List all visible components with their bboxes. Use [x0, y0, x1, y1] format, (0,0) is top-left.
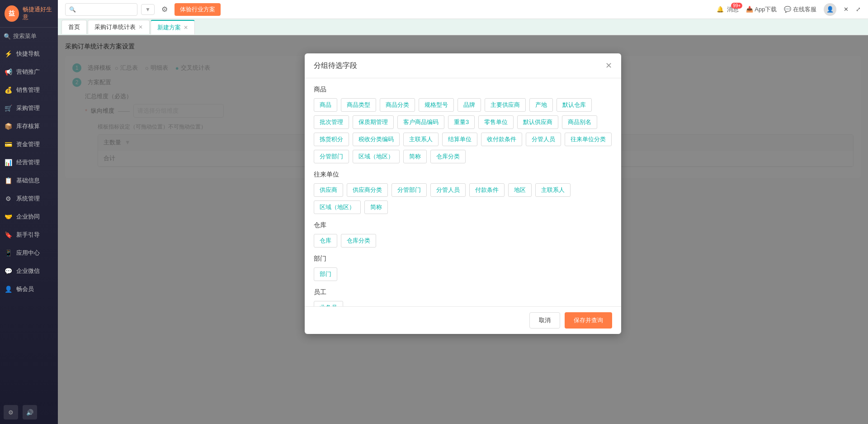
- modal-cancel-btn[interactable]: 取消: [529, 312, 560, 329]
- modal-overlay: 分组待选字段 ✕ 商品 商品商品类型商品分类规格型号品牌主要供应商产地默认仓库批…: [58, 35, 868, 424]
- corp-coop-icon: 🤝: [4, 212, 13, 221]
- field-tag-简称[interactable]: 简称: [403, 150, 427, 163]
- settings-bottom-btn[interactable]: ⚙: [4, 405, 18, 419]
- header-expand-btn[interactable]: ⤢: [856, 6, 861, 13]
- field-tag-仓库[interactable]: 仓库: [314, 234, 337, 248]
- field-tag-默认仓库[interactable]: 默认仓库: [557, 98, 592, 112]
- sidebar-item-marketing[interactable]: 📢 营销推广: [0, 63, 58, 81]
- sidebar-search[interactable]: 🔍 搜索菜单: [0, 28, 58, 45]
- notification-count: 99+: [731, 3, 742, 9]
- basics-icon: 📋: [4, 176, 13, 185]
- sidebar-item-corp-wechat[interactable]: 💬 企业微信: [0, 262, 58, 280]
- field-tag-业务员[interactable]: 业务员: [314, 301, 343, 306]
- field-tag-拣货积分[interactable]: 拣货积分: [314, 133, 349, 146]
- sidebar-item-new-guide[interactable]: 🔖 新手引导: [0, 226, 58, 244]
- sidebar-item-quick-nav[interactable]: ⚡ 快捷导航: [0, 45, 58, 63]
- modal-save-btn[interactable]: 保存并查询: [565, 312, 612, 329]
- sidebar-item-corp-coop[interactable]: 🤝 企业协同: [0, 208, 58, 226]
- logo-text: 畅捷通好生意: [23, 6, 53, 21]
- field-tag-供应商[interactable]: 供应商: [314, 183, 343, 197]
- field-tag-商品别名[interactable]: 商品别名: [562, 115, 597, 129]
- section-goods-title: 商品: [314, 86, 612, 94]
- field-tag-主联系人[interactable]: 主联系人: [403, 133, 439, 146]
- field-tag-保质期管理[interactable]: 保质期管理: [353, 115, 394, 129]
- sidebar-item-app-center[interactable]: 📱 应用中心: [0, 244, 58, 262]
- field-tag-商品[interactable]: 商品: [314, 98, 337, 112]
- section-goods-tags: 商品商品类型商品分类规格型号品牌主要供应商产地默认仓库批次管理保质期管理客户商品…: [314, 98, 612, 163]
- field-tag-分管人员[interactable]: 分管人员: [430, 183, 466, 197]
- field-tag-客户商品编码[interactable]: 客户商品编码: [397, 115, 444, 129]
- field-tag-分管部门[interactable]: 分管部门: [314, 150, 349, 163]
- modal-header: 分组待选字段 ✕: [305, 53, 621, 78]
- field-tag-区域（地区）[interactable]: 区域（地区）: [353, 150, 400, 163]
- field-tag-主要供应商[interactable]: 主要供应商: [485, 98, 526, 112]
- field-tag-部门[interactable]: 部门: [314, 267, 337, 281]
- trial-btn[interactable]: 体验行业方案: [175, 3, 221, 16]
- field-tag-地区[interactable]: 地区: [508, 183, 532, 197]
- field-tag-税收分类编码[interactable]: 税收分类编码: [353, 133, 400, 146]
- section-employee-tags: 业务员: [314, 301, 612, 306]
- sidebar-item-basics[interactable]: 📋 基础信息: [0, 172, 58, 190]
- field-tag-收付款条件[interactable]: 收付款条件: [481, 133, 522, 146]
- header-dropdown[interactable]: ▼: [141, 4, 155, 15]
- modal-close-btn[interactable]: ✕: [605, 61, 612, 71]
- field-tag-批次管理[interactable]: 批次管理: [314, 115, 349, 129]
- field-tag-重量3[interactable]: 重量3: [448, 115, 475, 129]
- sidebar-item-system[interactable]: ⚙ 系统管理: [0, 190, 58, 208]
- online-service-link[interactable]: 💬 在线客服: [784, 5, 816, 14]
- user-avatar[interactable]: 👤: [824, 3, 836, 16]
- marketing-icon: 📢: [4, 67, 13, 76]
- sidebar-item-sales[interactable]: 💰 销售管理: [0, 81, 58, 99]
- system-icon: ⚙: [4, 194, 13, 203]
- field-tag-付款条件[interactable]: 付款条件: [469, 183, 505, 197]
- tab-close-new-plan[interactable]: ✕: [184, 24, 188, 31]
- header-right: 🔔 99+ 消息 📥 App下载 💬 在线客服 👤 ✕ ⤢: [717, 3, 861, 16]
- field-tag-主联系人[interactable]: 主联系人: [535, 183, 571, 197]
- sales-icon: 💰: [4, 86, 13, 95]
- audio-bottom-btn[interactable]: 🔊: [23, 405, 37, 419]
- field-tag-品牌[interactable]: 品牌: [458, 98, 481, 112]
- header-search-box[interactable]: 🔍: [65, 3, 137, 16]
- tab-home[interactable]: 首页: [61, 20, 87, 34]
- field-tag-往来单位分类[interactable]: 往来单位分类: [565, 133, 612, 146]
- field-tag-仓库分类[interactable]: 仓库分类: [341, 234, 376, 248]
- notification-bell[interactable]: 🔔 99+ 消息: [717, 5, 739, 14]
- field-tag-区域（地区）[interactable]: 区域（地区）: [314, 200, 361, 214]
- quick-nav-icon: ⚡: [4, 49, 13, 58]
- purchase-icon: 🛒: [4, 104, 13, 113]
- search-icon: 🔍: [4, 33, 11, 40]
- corp-wechat-icon: 💬: [4, 267, 13, 276]
- new-guide-icon: 🔖: [4, 230, 13, 239]
- sidebar-item-inventory[interactable]: 📦 库存核算: [0, 117, 58, 135]
- member-icon: 👤: [4, 285, 13, 294]
- section-employee-title: 员工: [314, 288, 612, 296]
- field-tag-商品类型[interactable]: 商品类型: [341, 98, 376, 112]
- tab-purchase-stats[interactable]: 采购订单统计表 ✕: [88, 20, 150, 34]
- field-tag-规格型号[interactable]: 规格型号: [419, 98, 454, 112]
- modal-footer: 取消 保存并查询: [305, 306, 621, 334]
- section-warehouse-tags: 仓库仓库分类: [314, 234, 612, 248]
- header-close-btn[interactable]: ✕: [844, 6, 849, 13]
- field-tag-产地[interactable]: 产地: [529, 98, 553, 112]
- sidebar-item-purchase[interactable]: 🛒 采购管理: [0, 99, 58, 117]
- header-gear-btn[interactable]: ⚙: [158, 3, 171, 16]
- sidebar-item-finance[interactable]: 💳 资金管理: [0, 135, 58, 153]
- section-goods: 商品 商品商品类型商品分类规格型号品牌主要供应商产地默认仓库批次管理保质期管理客…: [314, 86, 612, 163]
- section-department-tags: 部门: [314, 267, 612, 281]
- field-tag-供应商分类[interactable]: 供应商分类: [347, 183, 388, 197]
- field-tag-零售单位[interactable]: 零售单位: [478, 115, 514, 129]
- tab-new-plan[interactable]: 新建方案 ✕: [151, 20, 195, 34]
- field-tag-简称[interactable]: 简称: [364, 200, 388, 214]
- tab-close-purchase-stats[interactable]: ✕: [138, 24, 143, 30]
- sidebar-item-operations[interactable]: 📊 经营管理: [0, 153, 58, 172]
- field-tag-商品分类[interactable]: 商品分类: [380, 98, 415, 112]
- field-tag-分管人员[interactable]: 分管人员: [526, 133, 561, 146]
- logo-area: 益 畅捷通好生意: [0, 0, 58, 28]
- field-tag-分管部门[interactable]: 分管部门: [392, 183, 427, 197]
- field-tag-仓库分类[interactable]: 仓库分类: [430, 150, 466, 163]
- app-download-link[interactable]: 📥 App下载: [746, 5, 777, 14]
- field-tag-结算单位[interactable]: 结算单位: [442, 133, 477, 146]
- field-tag-默认供应商[interactable]: 默认供应商: [517, 115, 558, 129]
- sidebar-item-member[interactable]: 👤 畅会员: [0, 280, 58, 298]
- section-warehouse-title: 仓库: [314, 221, 612, 229]
